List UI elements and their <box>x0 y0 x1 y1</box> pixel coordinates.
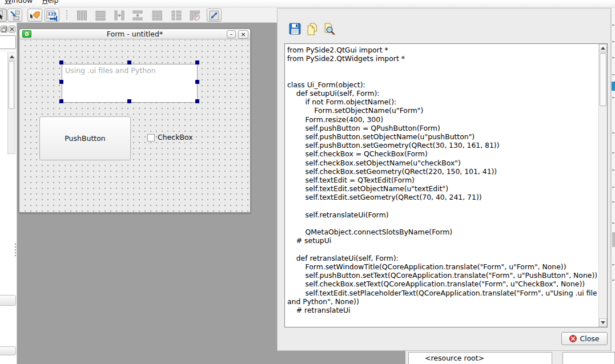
scroll-down-icon <box>601 321 605 324</box>
widget-category-row[interactable] <box>0 295 16 306</box>
form-close-button[interactable]: ✕ <box>238 30 248 39</box>
selection-handle[interactable] <box>195 80 199 84</box>
lay-out-in-a-form-layout-button <box>169 9 184 22</box>
scroll-up-icon <box>601 47 605 50</box>
code-preview-dialog: from PySide2.QtGui import * from PySide2… <box>277 8 611 351</box>
designed-checkbox-indicator[interactable] <box>147 134 155 141</box>
lay-out-vertically-in-splitter-button <box>130 9 145 22</box>
form-canvas[interactable]: Using .ui files and Python PushButton Ch… <box>20 40 250 212</box>
save-button[interactable] <box>288 22 302 35</box>
selection-handle[interactable] <box>59 80 63 84</box>
toolbar-separator <box>66 10 67 20</box>
resource-tree-panel[interactable]: <resource root> <box>408 352 552 364</box>
print-preview-icon <box>322 22 335 35</box>
copy-icon <box>306 22 319 35</box>
print-preview-button[interactable] <box>321 22 335 35</box>
generated-python-code[interactable]: from PySide2.QtGui import * from PySide2… <box>287 46 597 326</box>
resource-browser-dock: <resource root> <box>405 351 615 364</box>
selection-handle[interactable] <box>127 99 131 103</box>
break-layout-icon <box>188 9 201 22</box>
form-window-titlebar[interactable]: D Form - untitled* - ✕ <box>19 29 250 39</box>
edit-signals-slots-button[interactable] <box>7 9 22 22</box>
main-toolbar: 123 <box>0 7 277 23</box>
edit-widgets-button[interactable] <box>0 9 7 22</box>
form-window-title: Form - untitled* <box>19 30 250 38</box>
edit-buddies-button[interactable] <box>27 9 42 22</box>
generated-code-view[interactable]: from PySide2.QtGui import * from PySide2… <box>284 43 608 327</box>
lay-out-vertically-button <box>93 9 108 22</box>
scroll-down-button[interactable] <box>599 318 607 327</box>
scrollbar-thumb[interactable] <box>600 53 606 106</box>
edit-widgets-icon <box>0 9 6 22</box>
lay-out-vertically-in-splitter-icon <box>131 9 144 22</box>
scrollbar-grip-edge <box>612 232 615 247</box>
adjust-size-button[interactable] <box>207 9 222 22</box>
menu-window[interactable]: Window <box>5 0 33 5</box>
qt-designer-screen: Window Help <box>0 0 615 364</box>
close-button-label: Close <box>580 334 599 343</box>
lay-out-horizontally-icon <box>75 9 88 22</box>
edit-tab-order-button[interactable]: 123 <box>45 9 59 22</box>
widget-box-list[interactable] <box>0 52 17 364</box>
close-button[interactable]: Close <box>561 332 608 345</box>
property-panel-edge <box>611 8 615 351</box>
lay-out-in-a-grid-button <box>150 9 164 22</box>
lay-out-horizontally-button <box>74 9 89 22</box>
dialog-close-icon <box>569 335 577 342</box>
svg-text:123: 123 <box>47 11 57 17</box>
lay-out-in-a-form-layout-icon <box>170 9 183 22</box>
form-designer-window: D Form - untitled* - ✕ Using .ui files a… <box>19 29 251 213</box>
lay-out-vertically-icon <box>94 9 107 22</box>
menu-help[interactable]: Help <box>42 0 59 5</box>
selection-handle[interactable] <box>59 60 63 64</box>
selection-handle[interactable] <box>195 60 199 64</box>
lay-out-horizontally-in-splitter-button <box>112 9 127 22</box>
scrollbar-thumb[interactable] <box>9 61 14 109</box>
resource-root-item[interactable]: <resource root> <box>425 354 484 362</box>
dock-close-icon <box>10 27 14 31</box>
widget-box-scrollbar[interactable] <box>7 52 15 154</box>
selection-handle[interactable] <box>195 99 199 103</box>
dock-float-button[interactable] <box>1 26 7 33</box>
widget-box-panel <box>0 23 17 364</box>
lay-out-horizontally-in-splitter-icon <box>113 9 126 22</box>
edit-signals-slots-icon <box>9 9 21 22</box>
designed-textedit[interactable]: Using .ui files and Python <box>62 64 198 103</box>
menubar: Window Help <box>0 0 615 7</box>
designed-pushbutton[interactable]: PushButton <box>39 116 131 160</box>
scroll-up-button[interactable] <box>599 44 607 52</box>
copy-button[interactable] <box>305 22 319 35</box>
save-icon <box>288 22 302 35</box>
break-layout-button <box>187 9 202 22</box>
selection-handle[interactable] <box>59 99 63 103</box>
scroll-up-icon <box>10 55 14 58</box>
widget-category-row[interactable] <box>0 346 16 355</box>
selection-handle[interactable] <box>127 60 131 64</box>
selected-row-edge <box>612 82 615 91</box>
form-minimize-button[interactable]: - <box>227 30 236 38</box>
dock-close-button[interactable] <box>9 26 15 33</box>
designed-checkbox-label[interactable]: CheckBox <box>158 133 193 141</box>
splitter-handle[interactable] <box>15 244 16 258</box>
textedit-placeholder: Using .ui files and Python <box>65 66 156 75</box>
adjust-size-icon <box>208 9 220 22</box>
dock-float-icon <box>2 27 7 32</box>
lay-out-in-a-grid-icon <box>151 9 163 22</box>
edit-tab-order-icon: 123 <box>46 9 58 22</box>
code-scrollbar[interactable] <box>598 44 607 327</box>
resource-preview-panel[interactable] <box>562 352 615 364</box>
widget-filter-input[interactable] <box>0 35 16 49</box>
edit-buddies-icon <box>29 9 41 22</box>
